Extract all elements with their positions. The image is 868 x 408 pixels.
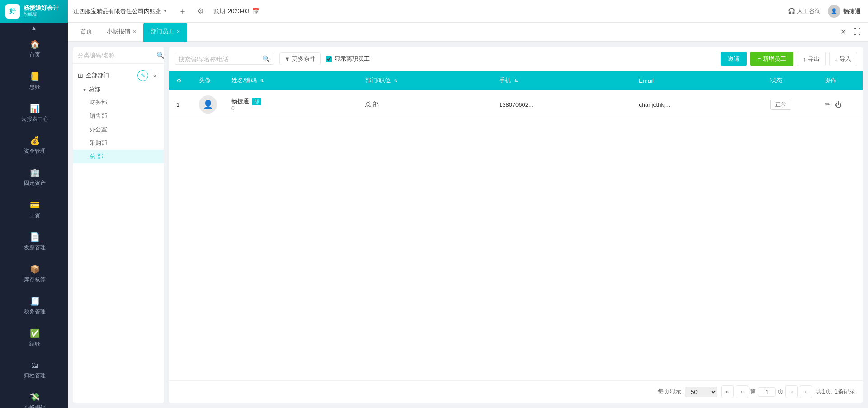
dept-item-purchasing[interactable]: 采购部 bbox=[73, 136, 164, 150]
tab-employees[interactable]: 部门员工 × bbox=[143, 23, 187, 42]
employee-search-icon[interactable]: 🔍 bbox=[262, 55, 270, 62]
page-content: 🔍 ⊞ 全部部门 ✎ « bbox=[68, 42, 868, 408]
sort-name-icon: ⇅ bbox=[260, 78, 264, 83]
dept-search-input[interactable] bbox=[78, 52, 154, 59]
first-page-button[interactable]: « bbox=[721, 385, 734, 398]
sidebar-label-tax: 税务管理 bbox=[24, 308, 46, 316]
col-dept[interactable]: 部门/职位 ⇅ bbox=[358, 71, 492, 90]
sidebar-item-assets[interactable]: 🏢 固定资产 bbox=[0, 161, 68, 194]
dept-collapse-button[interactable]: « bbox=[150, 71, 159, 80]
sidebar-label-home: 首页 bbox=[29, 51, 40, 59]
row-dept: 总 部 bbox=[358, 90, 492, 119]
sidebar-label-archive: 归档管理 bbox=[24, 372, 46, 380]
tab-maximize-button[interactable]: ⛶ bbox=[852, 26, 863, 38]
row-phone: 138070602... bbox=[492, 90, 632, 119]
logo-sub: 旗舰版 bbox=[24, 11, 59, 18]
show-resigned-checkbox[interactable] bbox=[326, 56, 332, 62]
top-header: 好 畅捷通好会计 旗舰版 江西服宝精品有限责任公司内账张 ▾ ＋ ⚙ 账期 20… bbox=[0, 0, 868, 23]
next-page-button[interactable]: › bbox=[785, 385, 798, 398]
row-email: chanjethkj... bbox=[632, 90, 763, 119]
calendar-icon[interactable]: 📅 bbox=[252, 8, 259, 14]
last-page-button[interactable]: » bbox=[800, 385, 812, 398]
sidebar-item-invoices[interactable]: 📄 发票管理 bbox=[0, 226, 68, 258]
logo-area: 好 畅捷通好会计 旗舰版 bbox=[0, 0, 68, 23]
user-area[interactable]: 👤 畅捷通 bbox=[828, 5, 861, 18]
ledger-icon: 📒 bbox=[30, 71, 40, 81]
add-account-button[interactable]: ＋ bbox=[177, 6, 188, 17]
invoices-icon: 📄 bbox=[30, 232, 40, 242]
period-area: 账期 2023-03 📅 bbox=[213, 7, 259, 15]
sidebar-label-funds: 资金管理 bbox=[24, 147, 46, 155]
company-selector[interactable]: 江西服宝精品有限责任公司内账张 ▾ bbox=[68, 7, 172, 15]
user-name: 畅捷通 bbox=[843, 7, 861, 15]
sidebar-item-ledger[interactable]: 📒 总账 bbox=[0, 65, 68, 97]
name-cell: 畅捷通 部 bbox=[231, 97, 351, 105]
col-actions: 操作 bbox=[817, 71, 863, 90]
dept-edit-button[interactable]: ✎ bbox=[137, 70, 148, 81]
sidebar-label-reports: 云报表中心 bbox=[21, 115, 48, 123]
sidebar-item-inventory[interactable]: 📦 库存核算 bbox=[0, 258, 68, 290]
consultation-button[interactable]: 🎧 人工咨询 bbox=[788, 7, 821, 15]
sidebar-item-funds[interactable]: 💰 资金管理 bbox=[0, 129, 68, 161]
tab-close-button[interactable]: ✕ bbox=[839, 26, 848, 38]
sidebar-item-tax[interactable]: 🧾 税务管理 bbox=[0, 290, 68, 322]
prev-page-button[interactable]: ‹ bbox=[736, 385, 748, 398]
page-total: 共1页, 1条记录 bbox=[816, 388, 855, 396]
sidebar-item-closing[interactable]: ✅ 结账 bbox=[0, 322, 68, 354]
add-employee-button[interactable]: + 新增员工 bbox=[750, 52, 793, 66]
dept-item-sales[interactable]: 销售部 bbox=[73, 109, 164, 123]
content-area: 首页 小畅报销 × 部门员工 × ✕ ⛶ 🔍 bbox=[68, 23, 868, 408]
sidebar-label-ledger: 总账 bbox=[29, 83, 40, 91]
import-button[interactable]: ↓ 导入 bbox=[829, 52, 858, 66]
dept-all-header[interactable]: ⊞ 全部部门 ✎ « bbox=[73, 67, 164, 84]
sort-phone-icon: ⇅ bbox=[514, 78, 518, 83]
export-button[interactable]: ↑ 导出 bbox=[797, 52, 826, 66]
dept-panel: 🔍 ⊞ 全部部门 ✎ « bbox=[73, 47, 164, 403]
closing-icon: ✅ bbox=[30, 328, 40, 338]
settings-button[interactable]: ⚙ bbox=[195, 6, 206, 17]
page-size-select[interactable]: 50 10 20 100 bbox=[685, 387, 717, 397]
sidebar-item-archive[interactable]: 🗂 归档管理 bbox=[0, 354, 68, 386]
header-actions: ＋ ⚙ 账期 2023-03 📅 bbox=[177, 6, 259, 17]
employee-name: 畅捷通 bbox=[231, 97, 249, 105]
col-settings[interactable]: ⚙ bbox=[169, 71, 192, 90]
sidebar-item-reports[interactable]: 📊 云报表中心 bbox=[0, 97, 68, 129]
inventory-icon: 📦 bbox=[30, 264, 40, 274]
show-resigned-label: 显示离职员工 bbox=[335, 55, 370, 63]
sidebar: ▲ 🏠 首页 📒 总账 📊 云报表中心 💰 资金管理 🏢 固定资产 💳 工资 📄… bbox=[0, 23, 68, 408]
tab-home[interactable]: 首页 bbox=[73, 23, 99, 42]
reports-icon: 📊 bbox=[30, 104, 40, 114]
sidebar-label-expense: 小畅报销 bbox=[24, 404, 46, 408]
invite-button[interactable]: 邀请 bbox=[721, 52, 747, 66]
sidebar-item-home[interactable]: 🏠 首页 bbox=[0, 33, 68, 65]
col-name[interactable]: 姓名/编码 ⇅ bbox=[224, 71, 358, 90]
show-resigned-area[interactable]: 显示离职员工 bbox=[326, 55, 370, 63]
period-label: 账期 bbox=[213, 7, 225, 15]
employee-data-table: ⚙ 头像 姓名/编码 ⇅ 部门/职位 ⇅ 手机 ⇅ Email 状态 操作 bbox=[169, 71, 863, 119]
tab-bar-actions: ✕ ⛶ bbox=[839, 26, 863, 38]
employee-search-input[interactable] bbox=[179, 56, 259, 62]
archive-icon: 🗂 bbox=[31, 361, 39, 370]
avatar: 👤 bbox=[828, 5, 840, 18]
headset-icon: 🎧 bbox=[788, 8, 795, 14]
dept-item-finance[interactable]: 财务部 bbox=[73, 95, 164, 109]
sidebar-label-salary: 工资 bbox=[29, 212, 40, 219]
assets-icon: 🏢 bbox=[30, 168, 40, 178]
tab-employees-close[interactable]: × bbox=[177, 28, 180, 35]
dept-search-icon[interactable]: 🔍 bbox=[156, 52, 164, 59]
page-input[interactable] bbox=[758, 387, 776, 397]
tab-expense[interactable]: 小畅报销 × bbox=[99, 23, 143, 42]
dept-group-label-headquarters[interactable]: ▼ 总部 bbox=[73, 84, 164, 95]
sidebar-item-expense[interactable]: 💸 小畅报销 bbox=[0, 386, 68, 408]
sidebar-item-salary[interactable]: 💳 工资 bbox=[0, 194, 68, 226]
edit-button[interactable]: ✏ bbox=[825, 100, 830, 109]
dept-item-office[interactable]: 办公室 bbox=[73, 123, 164, 136]
filter-button[interactable]: ▼ 更多条件 bbox=[279, 52, 321, 65]
employee-panel: 🔍 ▼ 更多条件 显示离职员工 邀请 + 新增员工 ↑ bbox=[169, 47, 863, 403]
import-icon: ↓ bbox=[835, 56, 838, 62]
logout-button[interactable]: ⏻ bbox=[835, 101, 842, 109]
tab-expense-close[interactable]: × bbox=[133, 28, 136, 35]
sidebar-scroll-up[interactable]: ▲ bbox=[0, 23, 68, 33]
dept-item-headquarters[interactable]: 总 部 bbox=[73, 150, 164, 163]
col-phone[interactable]: 手机 ⇅ bbox=[492, 71, 632, 90]
